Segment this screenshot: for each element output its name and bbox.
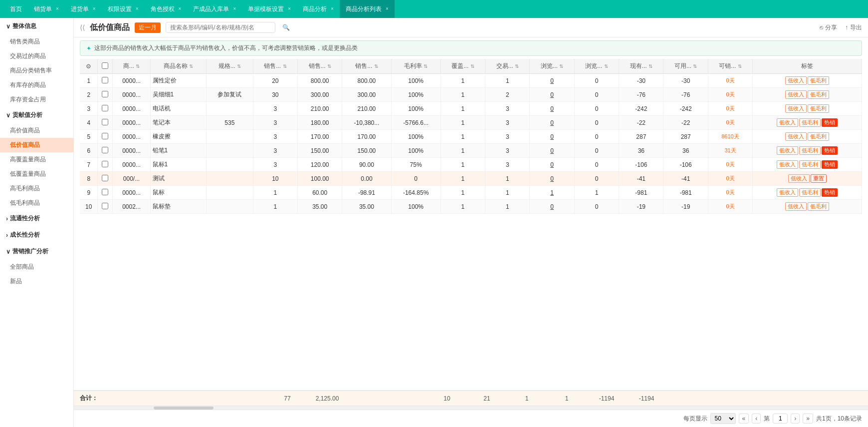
cell-checkbox[interactable] [98,74,113,88]
cell-checkbox[interactable] [98,186,113,200]
horizontal-scrollbar[interactable] [74,406,868,410]
table-row[interactable]: 4 0000... 笔记本 535 3 180.00 -10,380... -5… [80,116,862,130]
cell-browse1[interactable]: 0 [530,130,574,144]
close-role-auth-icon[interactable]: × [179,0,182,18]
table-row[interactable]: 2 0000... 吴细细1 参加复试 30 300.00 300.00 100… [80,88,862,102]
cell-checkbox[interactable] [98,200,113,214]
sidebar-item-all-products[interactable]: 全部商品 [0,260,73,274]
sidebar-group-marketing[interactable]: ∨ 营销推广分析 [0,243,73,260]
table-row[interactable]: 1 0000... 属性定价 20 800.00 800.00 100% 1 1… [80,74,862,88]
row-checkbox[interactable] [102,203,108,209]
col-name[interactable]: 商品名称 ⇅ [150,59,206,74]
nav-home[interactable]: 首页 [4,0,28,18]
browse1-link[interactable]: 0 [550,203,554,210]
col-sales-price[interactable]: 销售... ⇅ [298,59,342,74]
share-button[interactable]: ⎋ 分享 [820,23,837,32]
close-product-analysis-list-icon[interactable]: × [386,0,389,18]
close-product-storage-icon[interactable]: × [233,0,236,18]
cell-checkbox[interactable] [98,144,113,158]
browse1-link[interactable]: 0 [550,161,554,168]
table-row[interactable]: 10 0002... 鼠标垫 1 35.00 35.00 100% 1 1 0 … [80,200,862,214]
sidebar-group-contribution[interactable]: ∨ 贡献值分析 [0,107,73,123]
col-trade[interactable]: 交易... ⇅ [485,59,530,74]
col-spec[interactable]: 规格... ⇅ [206,59,253,74]
cell-browse1[interactable]: 0 [530,200,574,214]
close-template-settings-icon[interactable]: × [288,0,291,18]
sidebar-group-overall[interactable]: ∨ 整体信息 [0,18,73,34]
table-row[interactable]: 7 0000... 鼠标1 3 120.00 90.00 75% 1 3 0 0… [80,158,862,172]
date-filter-button[interactable]: 近一月 [135,22,161,33]
col-code[interactable]: 商... ⇅ [113,59,150,74]
nav-product-analysis-list[interactable]: 商品分析列表 × [340,0,395,18]
browse1-link[interactable]: 0 [550,91,554,98]
nav-role-auth[interactable]: 角色授权 × [145,0,188,18]
browse1-link[interactable]: 1 [550,189,554,196]
row-checkbox[interactable] [102,105,108,111]
col-coverage[interactable]: 覆盖... ⇅ [440,59,485,74]
export-button[interactable]: ↑ 导出 [845,23,862,32]
select-all-checkbox[interactable] [102,62,108,69]
browse1-link[interactable]: 0 [550,133,554,140]
col-browse2[interactable]: 浏览... ⇅ [574,59,619,74]
cell-browse1[interactable]: 0 [530,74,574,88]
next-page-button[interactable]: › [791,414,800,424]
nav-template-settings[interactable]: 单据模板设置 × [242,0,297,18]
sidebar-item-stocked-products[interactable]: 有库存的商品 [0,78,73,92]
sidebar-group-growth[interactable]: › 成长性分析 [0,227,73,243]
sidebar-group-circulation[interactable]: › 流通性分析 [0,210,73,227]
col-settings[interactable]: ⚙ [80,59,98,74]
close-permissions-icon[interactable]: × [136,0,139,18]
cell-browse1[interactable]: 0 [530,102,574,116]
cell-browse1[interactable]: 0 [530,144,574,158]
search-input[interactable] [166,22,275,33]
col-available[interactable]: 可用... ⇅ [663,59,708,74]
table-row[interactable]: 9 0000... 鼠标 1 60.00 -98.91 -164.85% 1 1… [80,186,862,200]
first-page-button[interactable]: « [739,414,749,424]
sidebar-item-low-coverage[interactable]: 低覆盖量商品 [0,167,73,181]
row-checkbox[interactable] [102,119,108,125]
cell-browse1[interactable]: 0 [530,116,574,130]
row-checkbox[interactable] [102,133,108,139]
col-gross-rate[interactable]: 毛利率 ⇅ [391,59,440,74]
row-checkbox[interactable] [102,147,108,153]
sidebar-item-stock-capital[interactable]: 库存资金占用 [0,92,73,107]
nav-purchase-order[interactable]: 进货单 × [65,0,102,18]
collapse-sidebar-btn[interactable]: ⟨⟨ [80,23,85,31]
sidebar-item-new-products[interactable]: 新品 [0,274,73,289]
sidebar-item-sales-products[interactable]: 销售类商品 [0,34,73,49]
col-sales-avg[interactable]: 销售... ⇅ [342,59,391,74]
nav-sales-order[interactable]: 销货单 × [28,0,65,18]
close-sales-order-icon[interactable]: × [56,0,59,18]
browse1-link[interactable]: 0 [550,119,554,126]
table-row[interactable]: 8 000/... 测试 10 100.00 0.00 0 1 1 0 0 -4… [80,172,862,186]
sidebar-item-category-sales[interactable]: 商品分类销售率 [0,63,73,78]
row-checkbox[interactable] [102,189,108,195]
cell-checkbox[interactable] [98,116,113,130]
browse1-link[interactable]: 0 [550,147,554,154]
search-icon[interactable]: 🔍 [282,24,290,31]
settings-icon[interactable]: ⚙ [86,63,91,70]
scrollbar-thumb[interactable] [154,407,214,410]
close-product-analysis-icon[interactable]: × [331,0,334,18]
sidebar-item-high-value[interactable]: 高价值商品 [0,123,73,138]
row-checkbox[interactable] [102,77,108,83]
cell-checkbox[interactable] [98,130,113,144]
page-number-input[interactable] [773,414,788,424]
cell-checkbox[interactable] [98,172,113,186]
cell-browse1[interactable]: 0 [530,172,574,186]
col-saleable[interactable]: 可销... ⇅ [708,59,752,74]
table-row[interactable]: 5 0000... 橡皮擦 3 170.00 170.00 100% 1 3 0… [80,130,862,144]
sidebar-item-high-coverage[interactable]: 高覆盖量商品 [0,152,73,167]
sidebar-item-traded-products[interactable]: 交易过的商品 [0,49,73,63]
cell-checkbox[interactable] [98,158,113,172]
cell-checkbox[interactable] [98,102,113,116]
nav-product-analysis[interactable]: 商品分析 × [297,0,340,18]
browse1-link[interactable]: 0 [550,105,554,112]
per-page-select[interactable]: 50 100 200 [710,413,736,424]
prev-page-button[interactable]: ‹ [752,414,761,424]
sidebar-item-low-value[interactable]: 低价值商品 [0,138,73,152]
cell-checkbox[interactable] [98,88,113,102]
col-current[interactable]: 现有... ⇅ [619,59,663,74]
sidebar-item-high-margin[interactable]: 高毛利商品 [0,181,73,196]
last-page-button[interactable]: » [803,414,813,424]
